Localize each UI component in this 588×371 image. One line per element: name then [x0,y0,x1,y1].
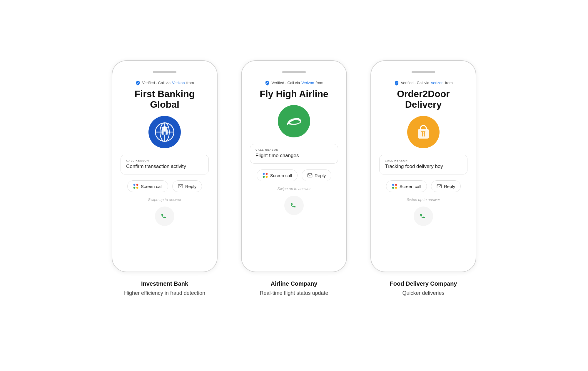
svg-point-10 [133,187,135,189]
phone-frame-delivery: Verified · Call via Verizon from Order2D… [370,60,476,272]
answer-button-delivery[interactable] [414,207,433,226]
call-reason-box-delivery: CALL REASON Tracking food delivery boy [379,155,467,174]
phone-container-delivery: Verified · Call via Verizon from Order2D… [370,60,476,296]
caller-name-airline: Fly High Airline [260,89,328,99]
screen-call-label-bank: Screen call [141,184,163,189]
swipe-hint-bank: Swipe up to answer [148,197,181,202]
verified-text-delivery: Verified · Call via [401,81,429,85]
caller-logo-delivery [407,116,440,148]
phones-row: Verified · Call via Verizon from First B… [112,60,476,296]
call-reason-box-bank: CALL REASON Confirm transaction activity [121,155,209,174]
caption-subtitle-delivery: Quicker deliveries [402,290,444,296]
verified-shield-icon-bank [135,80,141,86]
screen-call-button-bank[interactable]: Screen call [127,180,168,192]
verified-row-bank: Verified · Call via Verizon from [135,80,194,86]
caption-subtitle-airline: Real-time flight status update [260,290,328,296]
answer-button-airline[interactable] [284,196,304,215]
phone-container-bank: Verified · Call via Verizon from First B… [112,60,218,296]
svg-point-23 [395,184,397,186]
verified-row-delivery: Verified · Call via Verizon from [394,80,452,86]
phone-notch-delivery [412,71,435,73]
screen-call-label-airline: Screen call [270,173,292,178]
reply-label-bank: Reply [185,184,196,189]
swipe-hint-delivery: Swipe up to answer [407,197,440,202]
svg-point-22 [392,184,394,186]
caption-title-airline: Airline Company [271,280,318,287]
caption-subtitle-bank: Higher efficiency in fraud detection [124,290,205,296]
caller-name-delivery: Order2Door Delivery [379,89,467,110]
svg-point-16 [265,176,268,178]
call-reason-label-airline: CALL REASON [255,148,333,151]
svg-point-8 [133,184,135,186]
caption-section-airline: Airline Company Real-time flight status … [260,280,328,296]
screen-call-button-delivery[interactable]: Screen call [386,180,427,192]
reply-icon-bank [178,184,183,189]
caption-section-bank: Investment Bank Higher efficiency in fra… [124,280,205,296]
action-buttons-bank: Screen call Reply [127,180,202,192]
reply-button-airline[interactable]: Reply [302,169,331,181]
caller-logo-bank [148,116,181,148]
phone-frame-airline: Verified · Call via Verizon from Fly Hig… [241,60,347,272]
phone-frame-bank: Verified · Call via Verizon from First B… [112,60,218,272]
svg-point-15 [263,176,265,178]
verified-text-airline: Verified · Call via [271,81,300,85]
google-assistant-icon-delivery [392,183,397,189]
verified-text-bank: Verified · Call via [142,81,171,85]
call-reason-box-airline: CALL REASON Flight time changes [250,144,338,164]
action-buttons-airline: Screen call Reply [257,169,332,181]
verified-shield-icon-airline [265,80,270,86]
call-reason-label-delivery: CALL REASON [385,159,462,162]
call-reason-text-bank: Confirm transaction activity [126,164,203,169]
caption-title-delivery: Food Delivery Company [390,280,457,287]
svg-point-14 [265,173,268,175]
screen-call-label-delivery: Screen call [400,184,421,189]
svg-point-9 [136,184,138,186]
answer-button-bank[interactable] [155,207,174,226]
phone-notch-bank [153,71,176,73]
svg-point-13 [263,173,265,175]
verizon-link-airline: Verizon [301,81,314,85]
svg-rect-18 [418,129,429,139]
reply-icon-airline [307,173,313,178]
reply-button-delivery[interactable]: Reply [431,180,461,192]
svg-point-11 [136,187,138,189]
caller-logo-airline [278,105,310,137]
call-reason-text-delivery: Tracking food delivery boy [385,164,462,169]
reply-label-airline: Reply [315,173,326,178]
from-text-delivery: from [445,81,453,85]
call-reason-text-airline: Flight time changes [255,153,333,159]
svg-rect-5 [164,132,166,135]
svg-point-25 [395,187,397,189]
from-text-bank: from [186,81,194,85]
swipe-hint-airline: Swipe up to answer [277,187,310,191]
from-text-airline: from [316,81,323,85]
caller-name-bank: First Banking Global [121,89,209,110]
verified-shield-icon-delivery [394,80,399,86]
svg-point-24 [392,187,394,189]
google-assistant-icon-bank [133,183,139,189]
call-reason-label-bank: CALL REASON [126,159,203,162]
google-assistant-icon-airline [262,172,268,178]
phone-container-airline: Verified · Call via Verizon from Fly Hig… [241,60,347,296]
verizon-link-delivery: Verizon [431,81,443,85]
screen-call-button-airline[interactable]: Screen call [257,169,298,181]
action-buttons-delivery: Screen call Reply [386,180,461,192]
verizon-link-bank: Verizon [172,81,185,85]
svg-marker-7 [161,126,168,128]
verified-row-airline: Verified · Call via Verizon from [265,80,323,86]
reply-button-bank[interactable]: Reply [172,180,202,192]
reply-label-delivery: Reply [444,184,455,189]
reply-icon-delivery [437,184,442,189]
caption-section-delivery: Food Delivery Company Quicker deliveries [390,280,457,296]
phone-notch-airline [282,71,306,73]
caption-title-bank: Investment Bank [141,280,188,287]
